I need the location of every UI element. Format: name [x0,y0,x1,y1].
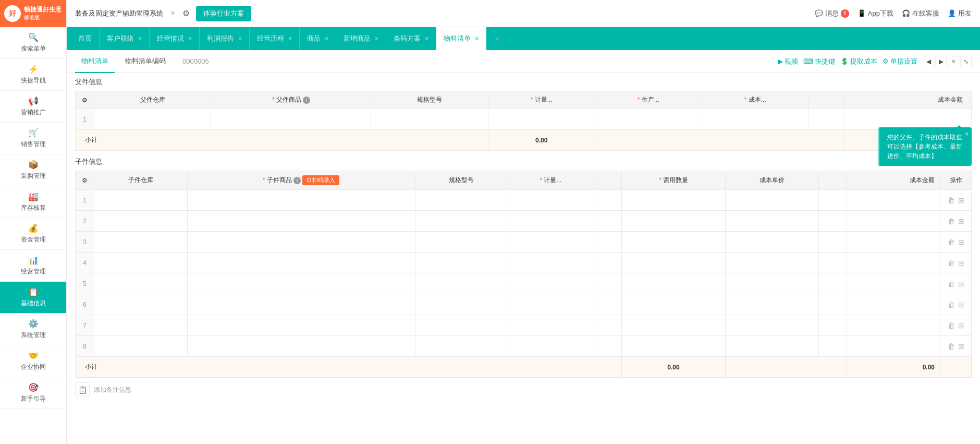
page-next-btn[interactable]: ▶ [935,56,947,67]
child-unit-cost-6[interactable] [726,294,819,315]
child-unit-cost-1[interactable] [726,190,819,211]
child-spec-5[interactable] [415,273,508,294]
child-unit-cost-4[interactable] [726,253,819,273]
close-all-tabs[interactable]: × [495,34,499,43]
child-product-7[interactable] [187,315,415,336]
delete-icon-2[interactable]: 🗑 [948,217,955,225]
child-spec-2[interactable] [415,211,508,232]
child-product-2[interactable] [187,211,415,232]
child-product-8[interactable] [187,336,415,357]
message-item[interactable]: 💬 消息 6 [815,9,849,18]
child-product-info-icon[interactable]: i [293,177,301,184]
child-needed-8[interactable] [621,336,725,357]
tab-history[interactable]: 经营历程 × [250,27,300,50]
product-info-icon[interactable]: i [303,97,310,104]
action-shortcut[interactable]: ⌨ 快捷键 [803,57,835,66]
page-list-btn[interactable]: ≡ [948,56,959,67]
child-warehouse-7[interactable] [94,315,188,336]
tooltip-close-btn[interactable]: × [965,129,969,139]
tab-bom[interactable]: 物料清单 × [436,27,486,50]
tab-new-goods-close[interactable]: × [375,35,378,42]
copy-icon-2[interactable]: ⊞ [958,217,964,225]
child-qty-6[interactable] [508,294,593,315]
child-needed-6[interactable] [621,294,725,315]
child-spec-7[interactable] [415,315,508,336]
child-needed-2[interactable] [621,211,725,232]
child-spec-3[interactable] [415,232,508,253]
child-product-6[interactable] [187,294,415,315]
delete-icon-3[interactable]: 🗑 [948,238,955,246]
action-view[interactable]: ▶ 视频 [778,57,798,66]
experience-btn[interactable]: 体验行业方案 [196,6,251,21]
sidebar-item-sales[interactable]: 🛒 销售管理 [0,123,66,154]
copy-icon-3[interactable]: ⊞ [958,238,964,246]
sidebar-item-finance[interactable]: 💰 资金管理 [0,218,66,250]
child-product-1[interactable] [187,190,415,211]
copy-icon-8[interactable]: ⊞ [958,342,964,351]
child-needed-4[interactable] [621,253,725,273]
sidebar-item-search[interactable]: 🔍 搜索菜单 [0,27,66,59]
parent-warehouse-cell[interactable] [94,109,211,130]
child-warehouse-3[interactable] [94,232,188,253]
parent-product-cell[interactable] [211,109,371,130]
child-warehouse-6[interactable] [94,294,188,315]
copy-icon-7[interactable]: ⊞ [958,321,964,330]
tab-history-close[interactable]: × [288,35,292,42]
child-needed-7[interactable] [621,315,725,336]
copy-icon-6[interactable]: ⊞ [958,301,964,309]
child-unit-cost-7[interactable] [726,315,819,336]
child-qty-7[interactable] [508,315,593,336]
sidebar-item-management[interactable]: 📊 经营管理 [0,250,66,282]
tab-barcode-close[interactable]: × [425,35,428,42]
child-qty-2[interactable] [508,211,593,232]
tab-goods[interactable]: 商品 × [300,27,336,50]
delete-icon-6[interactable]: 🗑 [948,301,955,309]
child-warehouse-2[interactable] [94,211,188,232]
sidebar-item-inventory[interactable]: 🏭 库存核算 [0,186,66,218]
topbar-gear-icon[interactable]: ⚙ [182,8,190,18]
child-needed-1[interactable] [621,190,725,211]
parent-qty-cell[interactable] [488,109,595,130]
child-qty-1[interactable] [508,190,593,211]
child-warehouse-8[interactable] [94,336,188,357]
bottom-icon-1[interactable]: 📋 [75,382,90,397]
child-product-5[interactable] [187,273,415,294]
child-unit-cost-2[interactable] [726,211,819,232]
sidebar-item-marketing[interactable]: 📢 营销推广 [0,91,66,123]
sidebar-item-collab[interactable]: 🤝 企业协同 [0,345,66,377]
child-spec-8[interactable] [415,336,508,357]
online-service-item[interactable]: 🎧 在线客服 [902,9,939,18]
child-unit-cost-3[interactable] [726,232,819,253]
child-product-3[interactable] [187,232,415,253]
copy-icon-1[interactable]: ⊞ [958,196,964,205]
delete-icon-4[interactable]: 🗑 [948,259,955,267]
copy-icon-4[interactable]: ⊞ [958,259,964,267]
action-settings[interactable]: ⚙ 单据设置 [883,57,917,66]
child-qty-4[interactable] [508,253,593,273]
child-needed-3[interactable] [621,232,725,253]
subtab-bom-code[interactable]: 物料清单编码 [119,50,172,73]
scan-btn[interactable]: ⊡ 扫码录入 [302,175,339,185]
parent-prod-cell[interactable] [595,109,702,130]
child-needed-5[interactable] [621,273,725,294]
child-spec-4[interactable] [415,253,508,273]
child-unit-cost-8[interactable] [726,336,819,357]
sidebar-item-quicknav[interactable]: ⚡ 快捷导航 [0,59,66,91]
tab-business-close[interactable]: × [188,35,192,42]
page-prev-btn[interactable]: ◀ [923,56,934,67]
delete-icon-8[interactable]: 🗑 [948,342,955,351]
tab-customer[interactable]: 客户联络 × [100,27,150,50]
copy-icon-5[interactable]: ⊞ [958,280,964,288]
child-product-4[interactable] [187,253,415,273]
tab-new-goods[interactable]: 新增商品 × [336,27,386,50]
page-expand-btn[interactable]: ⤡ [960,56,972,67]
parent-spec-cell[interactable] [371,109,488,130]
tab-barcode[interactable]: 条码方案 × [386,27,436,50]
tab-home[interactable]: 首页 [71,27,100,50]
child-spec-1[interactable] [415,190,508,211]
sidebar-item-system[interactable]: ⚙️ 系统管理 [0,314,66,345]
sidebar-item-purchase[interactable]: 📦 采购管理 [0,154,66,186]
sidebar-item-basic[interactable]: 📋 基础信息 [0,282,66,314]
child-warehouse-4[interactable] [94,253,188,273]
sidebar-item-guide[interactable]: 🎯 新手引导 [0,377,66,409]
